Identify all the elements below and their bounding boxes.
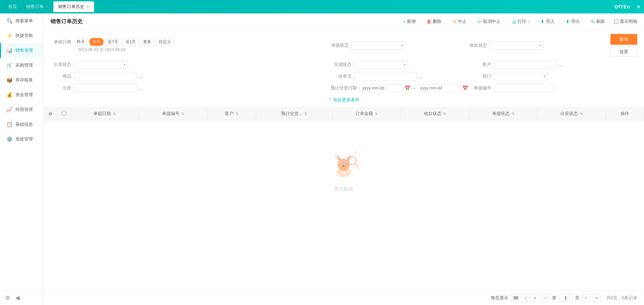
col-header-out-status: 出库状态 ⇅ (538, 107, 606, 120)
sidebar-item-finance[interactable]: 💰 资金管理 (0, 87, 43, 102)
select-all-checkbox[interactable] (62, 111, 66, 115)
sidebar-item-inventory[interactable]: 📦 库存核算 (0, 73, 43, 87)
complete-label: 完成状态 (331, 62, 354, 68)
dept-select[interactable] (494, 72, 548, 80)
set-button[interactable]: 设置 (610, 47, 637, 57)
sort-delivery-icon[interactable]: ⇅ (304, 112, 307, 116)
goods-dots[interactable]: ... (138, 73, 143, 79)
date-btn-group: 昨天 今天 近7天 近1月 更多 自定义 (74, 38, 174, 46)
goods-input[interactable] (74, 72, 136, 80)
date-btn-yesterday[interactable]: 昨天 (74, 38, 88, 46)
status-select[interactable] (351, 41, 405, 50)
dept-control (494, 72, 604, 80)
main-layout: 🔍 搜索菜单 ⚡ 快捷导航 📊 销售管理 🛒 采购管理 📦 库存核算 💰 资金管… (0, 13, 644, 305)
tab-sales-order[interactable]: 销售订单 ✕ (22, 1, 53, 12)
sort-payment-icon[interactable]: ⇅ (443, 112, 446, 116)
filter-area: 单据日期 昨天 今天 近7天 近1月 更多 自定义 2023-06-02 至 2… (44, 30, 644, 107)
sales-input[interactable] (354, 72, 417, 80)
import-button[interactable]: ⬇ 导入 (537, 17, 558, 26)
refresh-button[interactable]: ↻ 刷新 (588, 17, 608, 26)
sidebar-item-search[interactable]: 🔍 搜索菜单 (0, 13, 43, 28)
warehouse-dots[interactable]: ... (138, 85, 143, 91)
payment-label: 收款状态 (466, 42, 490, 48)
add-button[interactable]: + 新增 (399, 17, 419, 26)
divider-6 (560, 18, 560, 25)
out-status-label: 出库状态 (50, 62, 74, 68)
finance-icon: 💰 (6, 92, 13, 98)
complete-select[interactable] (354, 60, 408, 69)
customer-dots[interactable]: ... (558, 62, 563, 68)
goods-label: 商品 (50, 73, 74, 79)
topbar-close-icon[interactable]: ✕ (636, 4, 641, 10)
page-next-btn[interactable]: › (582, 294, 590, 302)
date-btn-custom[interactable]: 自定义 (156, 38, 174, 46)
dept-select-wrapper (494, 72, 548, 80)
data-table: ⚙ 单据日期 ⇅ 单据编号 ⇅ (44, 107, 644, 219)
sort-customer-icon[interactable]: ⇅ (235, 112, 239, 116)
bill-no-control (494, 84, 604, 92)
date-btn-more[interactable]: 更多 (140, 38, 154, 46)
delivery-end-input[interactable] (417, 84, 461, 92)
collapse-bar[interactable]: ⌃ 收起更多条件 (50, 96, 637, 104)
calendar-end-icon[interactable]: 📅 (462, 85, 468, 91)
svg-point-7 (346, 164, 347, 165)
date-btn-1month[interactable]: 近1月 (123, 38, 139, 46)
sidebar-item-system[interactable]: ⚙️ 系统管理 (0, 132, 43, 147)
sidebar-item-quick-nav[interactable]: ⚡ 快捷导航 (0, 28, 43, 43)
pagination-bar: 每页显示 20 50 100 « ‹ 第 页 › » 共0页，0条记录 (44, 290, 644, 305)
divider-4 (506, 18, 506, 25)
col-header-amount: 订单金额 ⇅ (333, 107, 401, 120)
date-btn-today[interactable]: 今天 (89, 38, 103, 46)
print-button[interactable]: 🖨 打印 ▾ (508, 17, 533, 26)
table-checkbox-header[interactable] (57, 107, 71, 120)
table-settings-header[interactable]: ⚙ (44, 107, 57, 120)
tab-sales-order-history[interactable]: 销售订单历史 ✕ (53, 1, 94, 12)
delete-button[interactable]: 🗑 删除 (423, 17, 445, 26)
show-detail-control[interactable]: 显示明细 (614, 18, 637, 25)
divider-7 (585, 18, 586, 25)
sort-billstatus-icon[interactable]: ⇅ (512, 112, 515, 116)
page-number-input[interactable] (559, 294, 572, 302)
sidebar-item-purchase[interactable]: 🛒 采购管理 (0, 58, 43, 73)
sidebar-settings-icon[interactable]: ⚙ (5, 295, 10, 301)
sidebar-item-sales[interactable]: 📊 销售管理 (0, 43, 43, 58)
cancel-stop-button[interactable]: ↩ 取消中止 (474, 17, 504, 26)
warehouse-input[interactable] (74, 84, 136, 92)
stop-button[interactable]: ⊘ 中止 (449, 17, 470, 26)
sidebar-collapse-icon[interactable]: ◀ (15, 295, 19, 301)
sidebar-item-operations[interactable]: 📈 经营管理 (0, 102, 43, 117)
print-icon: 🖨 (512, 19, 516, 24)
sales-dots[interactable]: ... (419, 73, 423, 79)
date-dash: — (412, 85, 416, 90)
page-last-btn[interactable]: » (592, 294, 601, 302)
customer-input[interactable] (494, 60, 556, 69)
export-button[interactable]: ⬆ 导出 (562, 17, 583, 26)
page-prev-btn[interactable]: ‹ (542, 294, 549, 302)
sort-amount-icon[interactable]: ⇅ (375, 112, 378, 116)
page-size-select[interactable]: 20 50 100 (511, 294, 528, 302)
close-tab-sales-order[interactable]: ✕ (46, 5, 49, 9)
tab-home[interactable]: 首页 (3, 1, 22, 12)
settings-gear-icon[interactable]: ⚙ (48, 111, 52, 116)
delivery-start-input[interactable] (359, 84, 403, 92)
sort-date-icon[interactable]: ⇅ (113, 112, 116, 116)
bill-no-input[interactable] (494, 84, 556, 92)
query-button[interactable]: 查询 (610, 34, 637, 45)
customer-label: 客户 (470, 62, 494, 68)
col-header-customer: 客户 ⇅ (207, 107, 256, 120)
operations-icon: 📈 (6, 107, 13, 113)
filter-row-3: 商品 ... 业务员 ... 部门 (50, 72, 637, 80)
show-detail-checkbox[interactable] (614, 20, 618, 24)
col-header-action: 操作 (606, 107, 644, 120)
page-first-btn[interactable]: « (530, 294, 539, 302)
payment-select[interactable] (490, 41, 544, 50)
calendar-start-icon[interactable]: 📅 (404, 85, 410, 91)
close-tab-sales-order-history[interactable]: ✕ (86, 5, 89, 9)
divider-8 (610, 18, 611, 25)
top-bar: 首页 销售订单 ✕ 销售订单历史 ✕ OfTEn ✕ (0, 0, 644, 13)
out-status-select[interactable] (74, 60, 128, 69)
date-btn-7days[interactable]: 近7天 (105, 38, 121, 46)
sidebar-item-base-info[interactable]: 📋 基础信息 (0, 117, 43, 132)
sort-outstatus-icon[interactable]: ⇅ (580, 112, 583, 116)
sort-billno-icon[interactable]: ⇅ (181, 112, 184, 116)
